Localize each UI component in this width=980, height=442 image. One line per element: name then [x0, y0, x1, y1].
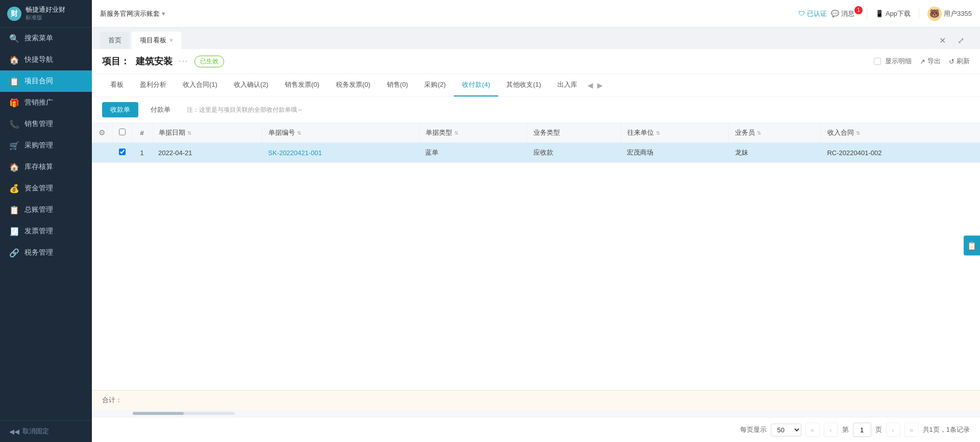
unpin-label: 取消固定 — [22, 427, 49, 436]
export-icon: ↗ — [920, 58, 925, 65]
sort-type-icon[interactable]: ⇅ — [454, 130, 458, 136]
sidebar-item-tax[interactable]: 🔗税务管理 — [0, 242, 92, 263]
project-more-icon[interactable]: ··· — [179, 57, 188, 66]
certified-label: 已认证 — [807, 9, 827, 18]
row-biz-type-cell: 应收款 — [527, 143, 621, 163]
sort-code-icon[interactable]: ⇅ — [297, 130, 301, 136]
sidebar-item-finance[interactable]: 💰资金管理 — [0, 178, 92, 199]
payment-toggle-btn[interactable]: 付款单 — [142, 102, 179, 117]
show-detail-checkbox[interactable] — [874, 58, 881, 65]
sidebar-unpin-btn[interactable]: ◀◀ 取消固定 — [0, 420, 92, 442]
sort-contract-icon[interactable]: ⇅ — [856, 130, 860, 136]
float-panel-btn[interactable]: 📋 — [964, 236, 980, 256]
divider-2 — [919, 9, 919, 19]
user-label: 用户3355 — [944, 9, 972, 18]
export-btn[interactable]: ↗ 导出 — [920, 57, 941, 66]
sort-date-icon[interactable]: ⇅ — [187, 130, 191, 136]
sidebar-item-shortcut[interactable]: 🏠快捷导航 — [0, 49, 92, 70]
last-page-btn[interactable]: » — [904, 423, 919, 437]
sidebar-item-invoice[interactable]: 🧾发票管理 — [0, 220, 92, 242]
topbar-right: 💬 消息 1 📱 App下载 🐻 用户3355 — [827, 7, 972, 21]
show-detail-label: 显示明细 — [885, 57, 912, 66]
message-btn[interactable]: 💬 消息 1 — [827, 9, 859, 18]
sidebar-nav: 🔍搜索菜单🏠快捷导航📋项目合同🎁营销推广📞销售管理🛒采购管理🏠库存核算💰资金管理… — [0, 28, 92, 420]
summary-row: 合计： — [92, 390, 980, 410]
app-logo-icon: 财 — [7, 7, 21, 21]
row-checkbox[interactable] — [119, 149, 126, 155]
scrollbar-thumb[interactable] — [133, 412, 184, 415]
shield-icon: 🛡 — [798, 10, 805, 17]
sidebar-item-purchase[interactable]: 🛒采购管理 — [0, 135, 92, 156]
sidebar-logo: 财 畅捷通好业财 标准版 — [0, 0, 92, 28]
subnav-item-sales_invoice[interactable]: 销售发票(0) — [277, 74, 328, 96]
sidebar-item-search[interactable]: 🔍搜索菜单 — [0, 28, 92, 49]
pagination: 每页显示 50 100 200 « ‹ 第 页 › » 共1页，1条记录 — [92, 417, 980, 442]
row-code-link[interactable]: SK-20220421-001 — [268, 149, 322, 157]
topbar-certified: 🛡 已认证 — [798, 9, 827, 18]
subnav-arrow-right[interactable]: ▶ — [595, 77, 605, 93]
refresh-btn[interactable]: ↺ 刷新 — [949, 57, 970, 66]
app-title: 畅捷通好业财 — [26, 6, 65, 14]
sort-partner-icon[interactable]: ⇅ — [656, 130, 660, 136]
select-all-checkbox[interactable] — [119, 129, 126, 135]
tab-home[interactable]: 首页 — [100, 32, 130, 49]
window-expand-btn[interactable]: ⤢ — [953, 33, 968, 47]
window-close-btn[interactable]: ✕ — [935, 33, 949, 47]
topbar-dropdown-icon[interactable]: ▾ — [162, 10, 165, 17]
export-label: 导出 — [927, 57, 941, 66]
app-subtitle: 标准版 — [26, 14, 65, 21]
subnav-arrow-left[interactable]: ◀ — [585, 77, 595, 93]
subnav-item-other_expense[interactable]: 其他收支(1) — [498, 74, 549, 96]
subnav-item-profit[interactable]: 盈利分析 — [132, 74, 175, 96]
sidebar-item-label: 库存核算 — [24, 162, 53, 171]
th-salesperson: 业务员 ⇅ — [729, 123, 821, 143]
per-page-label: 每页显示 — [740, 425, 767, 434]
row-num-cell: 1 — [132, 143, 152, 163]
settings-icon[interactable]: ⚙ — [99, 128, 105, 137]
subnav-item-income_confirm[interactable]: 收入确认(2) — [226, 74, 277, 96]
row-check-cell — [112, 143, 132, 163]
sidebar-item-marketing[interactable]: 🎁营销推广 — [0, 92, 92, 113]
sidebar-item-ledger[interactable]: 📋总账管理 — [0, 199, 92, 220]
sidebar-item-inventory[interactable]: 🏠库存核算 — [0, 156, 92, 178]
next-page-btn[interactable]: › — [886, 423, 900, 437]
prev-page-btn[interactable]: ‹ — [824, 423, 838, 437]
show-detail-btn[interactable]: 显示明细 — [874, 57, 912, 66]
sidebar-item-sales[interactable]: 📞销售管理 — [0, 113, 92, 135]
sidebar-item-label: 销售管理 — [24, 119, 53, 129]
first-page-btn[interactable]: « — [805, 423, 820, 437]
topbar-project-name: 新服务官网演示账套 — [100, 9, 160, 18]
per-page-select[interactable]: 50 100 200 — [771, 424, 801, 436]
refresh-icon: ↺ — [949, 58, 954, 65]
sidebar-item-label: 总账管理 — [24, 205, 53, 214]
purchase-icon: 🛒 — [9, 140, 19, 151]
toggle-note: 注：这里是与项目关联的全部收付款单哦～ — [187, 106, 303, 114]
th-type: 单据类型 ⇅ — [419, 123, 527, 143]
tab-kanban-close[interactable]: × — [169, 37, 173, 43]
subnav-item-warehouse[interactable]: 出入库 — [549, 74, 585, 96]
tab-kanban[interactable]: 项目看板 × — [132, 32, 181, 49]
expand-icon: ⤢ — [958, 36, 964, 45]
subnav-item-sales[interactable]: 销售(0) — [379, 74, 416, 96]
subnav-item-kanban[interactable]: 看板 — [102, 74, 132, 96]
receipt-toggle-btn[interactable]: 收款单 — [102, 102, 138, 117]
sub-content: 收款单 付款单 注：这里是与项目关联的全部收付款单哦～ ⚙ — [92, 97, 980, 442]
row-gear-cell — [92, 143, 112, 163]
user-avatar: 🐻 — [927, 7, 942, 21]
scrollbar-track[interactable] — [133, 412, 235, 415]
app-download-btn[interactable]: 📱 App下载 — [875, 9, 911, 18]
subnav-item-purchase[interactable]: 采购(2) — [416, 74, 454, 96]
sidebar-item-contract[interactable]: 📋项目合同 — [0, 70, 92, 92]
subnav-item-tax_invoice[interactable]: 税务发票(0) — [328, 74, 379, 96]
divider-1 — [867, 9, 867, 19]
subnav-item-receipt[interactable]: 收付款(4) — [454, 74, 498, 96]
page-input[interactable] — [853, 423, 871, 437]
subnav-item-income_contract[interactable]: 收入合同(1) — [175, 74, 226, 96]
sidebar-item-label: 采购管理 — [24, 141, 53, 150]
row-date-cell: 2022-04-21 — [152, 143, 262, 163]
tab-home-label: 首页 — [108, 36, 121, 45]
sort-salesperson-icon[interactable]: ⇅ — [757, 130, 761, 136]
user-btn[interactable]: 🐻 用户3355 — [927, 7, 972, 21]
panel-icon: 📋 — [967, 241, 977, 250]
message-label: 消息 — [841, 9, 854, 18]
